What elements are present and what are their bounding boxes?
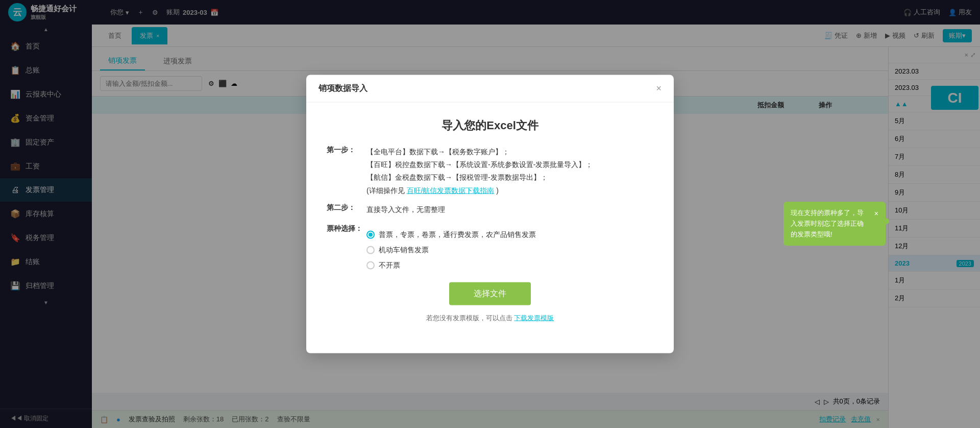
radio-circle-1 [366,230,375,239]
step1-line1: 【全电平台】数据下载→【税务数字账户】； [366,146,593,158]
select-file-button[interactable]: 选择文件 [449,282,531,305]
ticket-label: 票种选择： [327,224,362,233]
step1-row: 第一步： 【全电平台】数据下载→【税务数字账户】； 【百旺】税控盘数据下载→【系… [327,146,653,197]
step1-label: 第一步： [327,146,362,155]
tooltip-line [872,220,885,221]
radio-label-3: 不开票 [379,260,400,270]
tooltip-close-icon[interactable]: × [874,208,878,219]
radio-item-3[interactable]: 不开票 [366,260,536,270]
radio-circle-2 [366,246,375,254]
step2-label: 第二步： [327,203,362,212]
tooltip-text: 现在支持的票种多了，导入发票时别忘了选择正确的发票类型哦! [791,209,864,238]
modal-title: 销项数据导入 [318,83,368,94]
modal-close-button[interactable]: × [656,83,662,94]
tooltip-dot [883,218,889,224]
modal-main-title: 导入您的Excel文件 [327,118,653,133]
step1-note: (详细操作见 百旺/航信发票数据下载指南 ) [366,184,593,197]
tooltip-box: × 现在支持的票种多了，导入发票时别忘了选择正确的发票类型哦! [783,202,886,246]
modal-header: 销项数据导入 × [306,75,674,103]
step1-note-text: (详细操作见 [366,186,405,194]
download-template-link[interactable]: 下载发票模版 [514,314,554,321]
step2-row: 第二步： 直接导入文件，无需整理 [327,203,653,216]
download-guide-link[interactable]: 百旺/航信发票数据下载指南 [407,186,495,194]
radio-group: 普票，专票，卷票，通行费发票，农产品销售发票 机动车销售发票 不开票 [366,230,536,270]
radio-label-2: 机动车销售发票 [379,245,429,254]
step1-line3: 【航信】金税盘数据下载→【报税管理-发票数据导出】； [366,171,593,184]
modal-body: 导入您的Excel文件 第一步： 【全电平台】数据下载→【税务数字账户】； 【百… [306,103,674,338]
download-note-pre: 若您没有发票模版，可以点击 [426,314,512,321]
import-modal: 销项数据导入 × 导入您的Excel文件 第一步： 【全电平台】数据下载→【税务… [306,75,674,353]
step2-content: 直接导入文件，无需整理 [366,203,445,216]
step1-content: 【全电平台】数据下载→【税务数字账户】； 【百旺】税控盘数据下载→【系统设置-系… [366,146,593,197]
ticket-row: 票种选择： 普票，专票，卷票，通行费发票，农产品销售发票 机动车销售发票 [327,224,653,270]
download-note: 若您没有发票模版，可以点击 下载发票模版 [327,313,653,322]
step1-note-end: ) [496,186,499,194]
radio-dot-1 [369,232,373,236]
radio-label-1: 普票，专票，卷票，通行费发票，农产品销售发票 [379,230,536,239]
radio-circle-3 [366,261,375,269]
radio-item-2[interactable]: 机动车销售发票 [366,245,536,254]
ticket-select: 票种选择： 普票，专票，卷票，通行费发票，农产品销售发票 机动车销售发票 [327,224,653,270]
step1-line2: 【百旺】税控盘数据下载→【系统设置-系统参数设置-发票批量导入】； [366,158,593,171]
radio-item-1[interactable]: 普票，专票，卷票，通行费发票，农产品销售发票 [366,230,536,239]
